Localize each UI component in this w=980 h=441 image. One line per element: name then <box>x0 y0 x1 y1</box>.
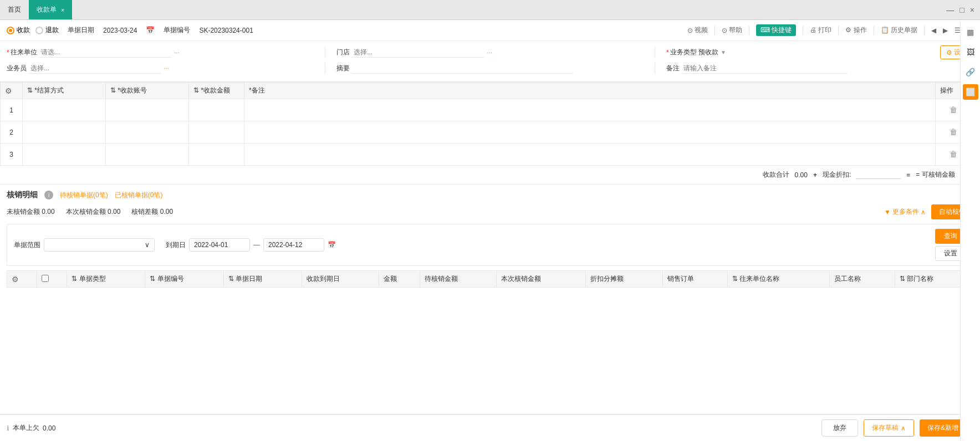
minimize-icon[interactable]: — <box>946 6 954 14</box>
date-from-input[interactable] <box>189 238 250 252</box>
row-account-2[interactable] <box>106 121 189 143</box>
divider-1 <box>714 26 715 35</box>
sidebar-table-icon[interactable]: ▦ <box>963 24 978 40</box>
date-to-input[interactable] <box>263 238 324 252</box>
divider-5 <box>874 26 874 35</box>
tab-close-icon[interactable]: × <box>61 7 64 13</box>
action-print[interactable]: 🖨 打印 <box>810 25 831 35</box>
table-row: 1 🗑 ⧉ <box>1 99 980 121</box>
tab-home-label: 首页 <box>8 5 21 14</box>
summary-field: 摘要 <box>336 63 644 74</box>
sort-icon-2: ⇅ <box>110 86 116 94</box>
discount-input[interactable] <box>856 171 901 179</box>
header-actions: ⊙ 视频 ⊙ 帮助 ⌨ 快捷键 🖨 打印 ⚙ 操作 📋 历史单据 ◀ ▶ ☰ ▦ <box>687 24 973 36</box>
col-due-date-header: 收款到期日 <box>302 271 379 288</box>
row-settle-2[interactable] <box>23 121 106 143</box>
col-employee-header: 员工名称 <box>830 271 895 288</box>
row-num-3: 3 <box>1 143 23 166</box>
range-select[interactable]: ∨ <box>44 238 155 252</box>
tab-active[interactable]: 收款单 × <box>29 0 72 19</box>
row-remark-3[interactable] <box>244 143 936 166</box>
sep-2 <box>655 47 655 58</box>
row-num-1: 1 <box>1 99 23 121</box>
more-conditions-btn[interactable]: ▼ 更多条件 ∧ <box>884 207 926 217</box>
plus-sign: + <box>813 171 817 179</box>
footer-info-icon[interactable]: ℹ <box>7 424 9 432</box>
radio-tuikuan-label: 退款 <box>45 25 59 35</box>
divider-6 <box>924 26 925 35</box>
tab-active-label: 收款单 <box>37 5 57 14</box>
business-type-label: 业务类型 <box>670 48 697 57</box>
bottom-table: ⚙ ⇅ 单据类型 ⇅ 单据编号 ⇅ 单据日期 <box>7 270 973 288</box>
footer-info: ℹ 本单上欠 0.00 <box>7 423 55 433</box>
action-operations[interactable]: ⚙ 操作 <box>845 25 866 35</box>
nav-prev-icon[interactable]: ◀ <box>931 27 936 34</box>
row-amount-2[interactable] <box>189 121 244 143</box>
col-sales-order-header: 销售订单 <box>662 271 727 288</box>
date-label: 单据日期 <box>68 25 94 35</box>
remark-input[interactable] <box>681 63 848 74</box>
business-type-chevron[interactable]: ▼ <box>721 49 726 55</box>
verif-info-icon[interactable]: i <box>44 191 53 199</box>
result-label: = 可核销金额 <box>916 170 955 180</box>
row-remark-1[interactable] <box>244 99 936 121</box>
sort-icon-docnum: ⇅ <box>150 275 155 283</box>
draft-button[interactable]: 保存草稿 ∧ <box>864 419 914 437</box>
row-settle-3[interactable] <box>23 143 106 166</box>
row-num-2: 2 <box>1 121 23 143</box>
sort-icon-dept: ⇅ <box>900 275 905 283</box>
calendar-icon[interactable]: 📅 <box>146 26 155 34</box>
select-all-checkbox[interactable] <box>42 275 49 282</box>
due-date-label: 到期日 <box>166 240 186 250</box>
abandon-button[interactable]: 放弃 <box>821 419 858 437</box>
footer: ℹ 本单上欠 0.00 放弃 保存草稿 ∧ 保存&新增 ∧ <box>0 414 980 441</box>
row-amount-3[interactable] <box>189 143 244 166</box>
row-account-1[interactable] <box>106 99 189 121</box>
date-calendar-icon-1[interactable]: 📅 <box>328 241 336 249</box>
bottom-table-settings-icon[interactable]: ⚙ <box>12 275 19 284</box>
row-settle-1[interactable] <box>23 99 106 121</box>
row-amount-1[interactable] <box>189 99 244 121</box>
col-amount-header: 金额 <box>379 271 420 288</box>
row-account-3[interactable] <box>106 143 189 166</box>
salesperson-more-icon[interactable]: ··· <box>164 64 169 72</box>
sidebar-link-icon[interactable]: 🔗 <box>963 64 978 80</box>
radio-shoukuan[interactable]: 收款 <box>7 25 30 35</box>
action-history[interactable]: 📋 历史单据 <box>881 25 917 35</box>
table-row: 3 🗑 ⧉ <box>1 143 980 166</box>
sidebar-image-icon[interactable]: 🖼 <box>963 44 978 60</box>
counterparty-required: * <box>7 49 9 57</box>
delete-icon-2[interactable]: 🗑 <box>950 127 957 137</box>
nav-next-icon[interactable]: ▶ <box>943 27 948 34</box>
verif-pending-tab[interactable]: 待核销单据(0笔) <box>60 191 108 200</box>
business-type-value: 预收款 <box>698 48 718 57</box>
delete-icon-3[interactable]: 🗑 <box>950 150 957 159</box>
main-table-section: ⚙ ⇅ *结算方式 ⇅ *收款账号 ⇅ *收款金额 *备 <box>0 82 980 166</box>
counterparty-input[interactable] <box>39 47 172 58</box>
row-remark-2[interactable] <box>244 121 936 143</box>
tab-home[interactable]: 首页 <box>0 0 29 19</box>
sort-icon-doc: ⇅ <box>72 275 77 283</box>
verif-title: 核销明细 <box>7 190 38 200</box>
verif-completed-tab[interactable]: 已核销单据(0笔) <box>115 191 163 200</box>
counterparty-label: 往来单位 <box>11 48 37 57</box>
counterparty-more-icon[interactable]: ··· <box>174 49 180 57</box>
col-settings-bottom: ⚙ <box>7 271 37 288</box>
stat-diff: 核销差额 0.00 <box>131 207 173 217</box>
delete-icon-1[interactable]: 🗑 <box>950 105 957 115</box>
draft-label: 保存草稿 <box>872 423 899 433</box>
action-help[interactable]: ⊙ 帮助 <box>722 25 742 35</box>
table-settings-icon[interactable]: ⚙ <box>5 86 12 95</box>
sidebar-scan-icon[interactable]: ⬜ <box>963 84 978 100</box>
store-more-icon[interactable]: ··· <box>487 49 492 57</box>
summary-input[interactable] <box>351 63 573 74</box>
total-value: 0.00 <box>795 171 808 179</box>
maximize-icon[interactable]: □ <box>959 6 964 14</box>
store-input[interactable] <box>351 47 484 58</box>
action-shortcuts[interactable]: ⌨ 快捷键 <box>756 24 796 36</box>
action-video[interactable]: ⊙ 视频 <box>687 25 708 35</box>
radio-tuikuan[interactable]: 退款 <box>35 25 59 35</box>
salesperson-input[interactable] <box>28 63 161 74</box>
date-range-separator: — <box>253 241 260 249</box>
close-icon[interactable]: × <box>970 6 974 14</box>
